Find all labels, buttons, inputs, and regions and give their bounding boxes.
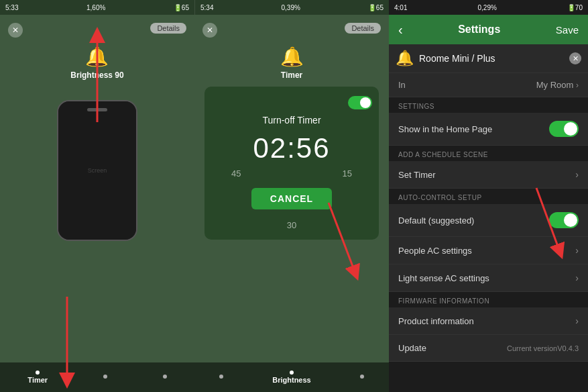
product-info-chevron: › <box>575 315 579 326</box>
update-row[interactable]: Update Current versionV0.4.3 <box>389 335 588 362</box>
time-1: 5:33 <box>5 4 18 11</box>
room-label: In <box>398 80 406 90</box>
update-label: Update <box>398 343 426 353</box>
details-button-1[interactable]: Details <box>150 23 186 34</box>
bell-icon-2: 🔔 <box>280 46 304 68</box>
phone-inner-1: Screen <box>58 101 136 240</box>
light-sense-label: Light sense AC settings <box>398 273 489 283</box>
set-timer-label: Set Timer <box>398 170 436 180</box>
phones-area: ✕ Details 🔔 Brightness 90 Screen Timer <box>0 15 389 392</box>
device-name-2: Timer <box>281 70 302 80</box>
room-chevron: › <box>576 81 579 90</box>
tab-dot-b3[interactable] <box>360 375 364 380</box>
settings-content: 🔔 ✕ In My Room › SETTINGS Show in the Ho… <box>389 44 588 392</box>
top-icons-1: ✕ Details <box>0 20 194 40</box>
default-suggested-label: Default (suggested) <box>398 215 474 226</box>
tab-brightness[interactable]: Brightness <box>272 371 310 384</box>
name-input-row: 🔔 ✕ <box>389 44 588 73</box>
section-header-autocontrol: AUTO-CONTROL SETUP <box>389 189 588 204</box>
update-value: Current versionV0.4.3 <box>507 344 579 352</box>
phone-screen-1: ✕ Details 🔔 Brightness 90 Screen Timer <box>0 15 194 392</box>
show-home-page-toggle[interactable] <box>549 121 579 137</box>
tab-dot-3[interactable] <box>163 375 167 380</box>
timer-display: 02:56 <box>253 132 330 164</box>
signal-2: 0,39% <box>281 4 300 11</box>
phone-mockup-1: Screen <box>57 100 137 241</box>
close-button-2[interactable]: ✕ <box>202 23 217 38</box>
name-input-field[interactable] <box>419 53 569 64</box>
tab-dot-2[interactable] <box>103 375 107 380</box>
device-name-1: Brightness 90 <box>70 70 123 80</box>
bottom-tabs-1: Timer <box>0 362 194 392</box>
details-button-2[interactable]: Details <box>345 23 381 34</box>
timer-numbers: 45 15 <box>211 168 372 179</box>
tab-timer-1[interactable]: Timer <box>27 371 48 384</box>
phone-screen-2: ✕ Details 🔔 Timer Turn-off Timer 02:56 4… <box>194 15 389 392</box>
set-timer-chevron: › <box>575 169 579 180</box>
cancel-button[interactable]: CANCEL <box>251 188 332 209</box>
left-panel: 5:33 1,60% 🔋65 5:34 0,39% 🔋65 ✕ Details … <box>0 0 389 392</box>
save-button[interactable]: Save <box>556 24 579 36</box>
clear-button[interactable]: ✕ <box>569 52 581 64</box>
device-icon: 🔔 <box>396 50 414 67</box>
product-info-label: Product information <box>398 316 474 326</box>
section-header-firmware: FIRMWARE INFORMATION <box>389 292 588 307</box>
timer-toggle[interactable] <box>348 96 372 109</box>
bell-icon-1: 🔔 <box>85 46 109 68</box>
default-suggested-row: Default (suggested) <box>389 204 588 237</box>
room-value: My Room › <box>536 80 579 90</box>
show-home-page-row: Show in the Home Page <box>389 113 588 146</box>
bottom-tabs-2: Brightness <box>194 362 389 392</box>
device-label-1: 🔔 Brightness 90 <box>70 46 123 80</box>
right-panel: 4:01 0,29% 🔋70 ‹ Settings Save 🔔 ✕ In My… <box>389 0 588 392</box>
timer-title: Turn-off Timer <box>262 115 320 126</box>
timer-right-num: 15 <box>343 168 352 179</box>
room-row[interactable]: In My Room › <box>389 73 588 97</box>
status-bar-screen2: 5:34 0,39% 🔋65 <box>194 0 389 15</box>
time-2: 5:34 <box>200 4 213 11</box>
close-button-1[interactable]: ✕ <box>8 23 23 38</box>
set-timer-row[interactable]: Set Timer › <box>389 161 588 189</box>
status-bar-screen1: 5:33 1,60% 🔋65 <box>0 0 194 15</box>
people-ac-chevron: › <box>575 245 579 256</box>
signal-1: 1,60% <box>86 4 105 11</box>
battery-1: 🔋65 <box>174 4 189 11</box>
default-suggested-toggle[interactable] <box>549 212 579 228</box>
back-button[interactable]: ‹ <box>398 22 403 38</box>
status-bar-left: 5:33 1,60% 🔋65 5:34 0,39% 🔋65 <box>0 0 389 15</box>
right-status-bar: 4:01 0,29% 🔋70 <box>389 0 588 15</box>
section-header-settings: SETTINGS <box>389 97 588 113</box>
settings-title: Settings <box>458 23 500 36</box>
light-sense-chevron: › <box>575 273 579 283</box>
timer-overlay: Turn-off Timer 02:56 45 15 CANCEL 30 <box>204 87 379 240</box>
right-time: 4:01 <box>394 4 407 11</box>
light-sense-row[interactable]: Light sense AC settings › <box>389 264 588 292</box>
timer-bottom-num: 30 <box>287 220 296 230</box>
top-icons-2: ✕ Details <box>194 20 389 40</box>
settings-header: ‹ Settings Save <box>389 15 588 44</box>
timer-left-num: 45 <box>231 168 241 179</box>
right-battery: 🔋70 <box>567 4 583 11</box>
device-label-2: 🔔 Timer <box>280 46 304 80</box>
people-ac-label: People AC settings <box>398 246 472 256</box>
tab-dot-b1[interactable] <box>219 375 223 380</box>
show-home-page-label: Show in the Home Page <box>398 124 492 134</box>
people-ac-row[interactable]: People AC settings › <box>389 237 588 264</box>
product-info-row[interactable]: Product information › <box>389 307 588 335</box>
section-header-schedule: ADD A SCHEDULE SCENE <box>389 146 588 161</box>
battery-2: 🔋65 <box>368 4 384 11</box>
right-signal: 0,29% <box>477 4 496 11</box>
